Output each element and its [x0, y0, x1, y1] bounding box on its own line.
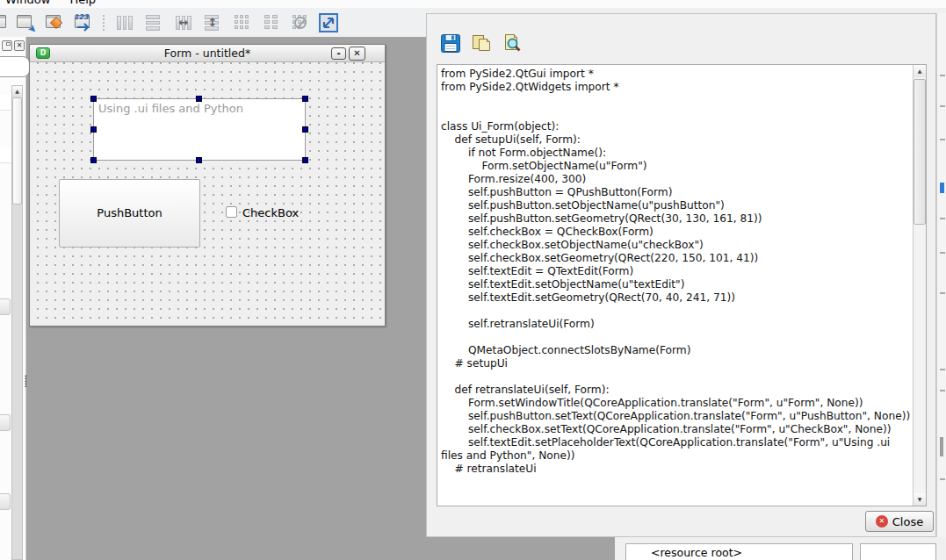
break-layout-icon — [289, 11, 312, 34]
dock-splitter-grip[interactable] — [25, 375, 27, 387]
widget-filter-input[interactable] — [0, 56, 30, 77]
lay-out-vertical-splitter-icon: ↕ — [201, 11, 224, 34]
widget-list-item[interactable] — [0, 95, 11, 111]
code-view[interactable]: from PySide2.QtGui import * from PySide2… — [437, 64, 927, 506]
adjust-size-icon[interactable] — [317, 11, 340, 34]
copy-pages-icon — [470, 32, 493, 54]
code-preview-toolbar — [439, 32, 524, 56]
dock-scrollbar-thumb[interactable] — [12, 97, 22, 205]
find-magnifier-icon — [501, 32, 524, 54]
scroll-mark — [940, 478, 945, 480]
toolbar-separator — [103, 14, 105, 32]
selection-handle-e[interactable] — [302, 126, 308, 133]
resource-root-item[interactable]: <resource root> — [651, 546, 742, 559]
selection-handle-n[interactable] — [196, 96, 202, 102]
no-sign-icon — [294, 17, 307, 29]
widget-category-bar[interactable] — [0, 414, 11, 431]
qt-designer-screen: Window Help ➤ 123 ↔ — [0, 0, 946, 560]
lay-out-form-layout-icon — [260, 11, 283, 34]
scroll-mark — [940, 105, 945, 107]
widget-list-item[interactable] — [0, 147, 11, 163]
selection-handle-nw[interactable] — [90, 96, 97, 102]
selection-handle-se[interactable] — [302, 157, 308, 163]
scroll-mark — [940, 369, 945, 370]
code-preview-dialog: from PySide2.QtGui import * from PySide2… — [426, 13, 936, 537]
widget-category-bar[interactable] — [0, 298, 11, 315]
form-minimize-button[interactable]: - — [331, 47, 346, 60]
widget-category-bar[interactable] — [0, 493, 11, 510]
lay-out-horizontal-splitter-icon: ↔ — [172, 11, 195, 34]
scroll-mark — [940, 139, 945, 140]
find-button[interactable] — [501, 32, 524, 54]
widget-box-dock: ✕ ▲ — [0, 37, 26, 560]
code-scrollbar[interactable]: ▲ ▼ — [913, 65, 926, 506]
save-button[interactable] — [439, 32, 462, 54]
copy-button[interactable] — [470, 32, 493, 54]
close-icon: ✕ — [17, 41, 23, 49]
scroll-thumb-mark — [940, 437, 943, 456]
dock-scrollbar[interactable]: ▲ — [11, 85, 23, 560]
scroll-mark — [940, 292, 945, 294]
widget-icon — [0, 15, 6, 28]
textedit-widget[interactable]: Using .ui files and Python — [93, 98, 306, 161]
clipped-tool-icon[interactable] — [0, 11, 11, 34]
scroll-down-icon[interactable]: ▼ — [914, 493, 926, 506]
vertical-bars-icon — [117, 16, 133, 30]
scroll-up-icon[interactable]: ▲ — [914, 65, 926, 77]
close-button-label: Close — [892, 515, 923, 528]
selection-handle-sw[interactable] — [90, 157, 97, 163]
horizontal-arrow-icon: ↔ — [172, 11, 195, 34]
form-close-button[interactable]: ✕ — [349, 47, 365, 61]
pushbutton-widget[interactable]: PushButton — [59, 179, 200, 248]
form-title-bar[interactable]: D Form - untitled* - ✕ — [30, 45, 385, 62]
textedit-placeholder: Using .ui files and Python — [98, 102, 243, 115]
lay-out-vertically-icon — [142, 11, 165, 34]
selection-handle-w[interactable] — [90, 126, 97, 133]
lay-out-grid-icon — [231, 11, 254, 34]
vertical-arrow-icon: ↕ — [201, 11, 224, 34]
menu-item-window[interactable]: Window — [5, 0, 50, 6]
edit-tab-order-icon[interactable]: 123 — [72, 11, 95, 34]
selection-handle-ne[interactable] — [302, 96, 308, 102]
scroll-mark-blue — [940, 183, 944, 193]
scroll-mark — [940, 218, 945, 219]
edit-widgets-icon[interactable]: ➤ — [14, 11, 37, 34]
code-scrollbar-thumb[interactable] — [914, 79, 926, 225]
form-canvas[interactable]: Using .ui files and Python PushButton Ch… — [30, 62, 385, 326]
form-editor-window: D Form - untitled* - ✕ Using .ui files a… — [29, 44, 386, 327]
close-button[interactable]: ✕ Close — [865, 511, 934, 532]
float-icon — [6, 42, 11, 46]
selection-handle-s[interactable] — [196, 157, 202, 163]
scroll-mark — [940, 252, 945, 254]
scroll-mark — [940, 390, 945, 391]
edit-buddies-icon[interactable] — [43, 11, 66, 34]
scroll-mark — [940, 75, 945, 76]
menu-item-help[interactable]: Help — [69, 0, 96, 6]
save-floppy-icon — [439, 32, 462, 54]
scroll-up-icon[interactable]: ▲ — [12, 86, 22, 97]
close-circle-icon: ✕ — [876, 515, 888, 528]
resource-tree-panel: <resource root> — [625, 543, 853, 560]
diagonal-resize-arrow-icon — [317, 11, 340, 34]
form-cells-icon — [264, 15, 279, 31]
horizontal-bars-icon — [146, 15, 160, 31]
checkbox-label: CheckBox — [242, 206, 299, 219]
dock-close-button[interactable]: ✕ — [14, 40, 25, 51]
grid-cells-icon — [235, 15, 250, 31]
checkbox-indicator[interactable] — [226, 206, 237, 218]
resource-files-panel — [860, 543, 936, 560]
clipped-right-panel — [936, 13, 946, 537]
lay-out-horizontally-icon — [113, 11, 136, 34]
menu-bar: Window Help — [0, 0, 946, 8]
generated-python-code: from PySide2.QtGui import * from PySide2… — [437, 65, 913, 476]
menu-bar-items: Window Help — [5, 0, 112, 6]
checkbox-widget[interactable]: CheckBox — [226, 206, 331, 219]
tab-order-arrow-icon — [72, 11, 95, 34]
dock-float-button[interactable] — [2, 40, 12, 51]
